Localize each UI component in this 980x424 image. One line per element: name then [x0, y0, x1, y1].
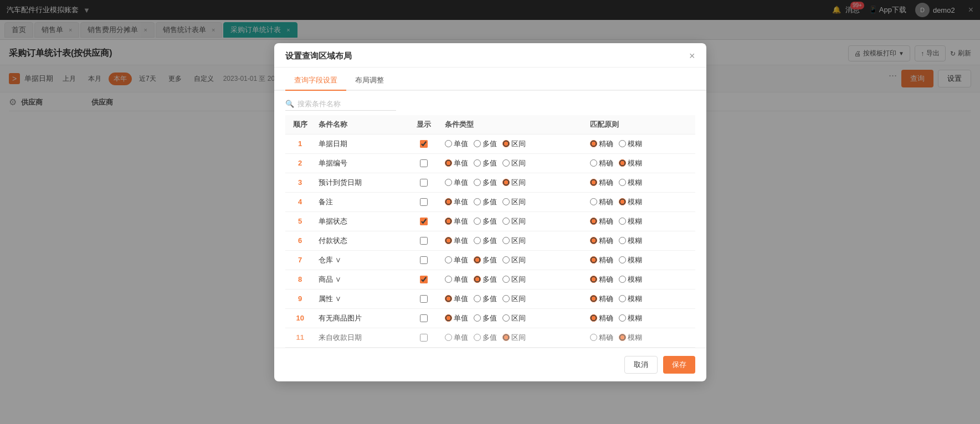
display-checkbox[interactable] — [420, 295, 428, 303]
type-multi-radio[interactable] — [474, 140, 481, 147]
type-range-radio[interactable] — [502, 276, 510, 283]
type-range-label[interactable]: 区间 — [502, 178, 526, 188]
type-range-label[interactable]: 区间 — [502, 255, 526, 265]
match-fuzzy-label[interactable]: 模糊 — [619, 178, 642, 188]
type-range-radio[interactable] — [502, 314, 510, 322]
save-btn[interactable]: 保存 — [663, 356, 695, 374]
type-range-label[interactable]: 区间 — [502, 139, 526, 149]
type-range-radio[interactable] — [502, 237, 510, 244]
match-exact-label[interactable]: 精确 — [590, 139, 613, 149]
match-exact-label[interactable]: 精确 — [590, 197, 613, 207]
type-single-label[interactable]: 单值 — [445, 158, 468, 168]
display-checkbox[interactable] — [420, 179, 428, 187]
type-range-label[interactable]: 区间 — [502, 333, 526, 343]
match-exact-radio[interactable] — [590, 237, 597, 244]
match-exact-radio[interactable] — [590, 256, 597, 263]
type-range-label[interactable]: 区间 — [502, 197, 526, 207]
match-fuzzy-label[interactable]: 模糊 — [619, 158, 642, 168]
match-fuzzy-radio[interactable] — [619, 140, 626, 147]
match-fuzzy-label[interactable]: 模糊 — [619, 333, 642, 343]
type-multi-label[interactable]: 多值 — [474, 313, 497, 323]
match-exact-radio[interactable] — [590, 334, 597, 341]
type-multi-label[interactable]: 多值 — [474, 236, 497, 246]
match-fuzzy-radio[interactable] — [619, 198, 626, 205]
type-multi-radio[interactable] — [474, 276, 481, 283]
type-single-radio[interactable] — [445, 140, 452, 147]
type-multi-radio[interactable] — [474, 159, 481, 167]
match-fuzzy-label[interactable]: 模糊 — [619, 294, 642, 304]
type-range-label[interactable]: 区间 — [502, 236, 526, 246]
type-range-label[interactable]: 区间 — [502, 294, 526, 304]
match-fuzzy-radio[interactable] — [619, 334, 626, 341]
match-fuzzy-radio[interactable] — [619, 218, 626, 225]
type-single-label[interactable]: 单值 — [445, 255, 468, 265]
type-multi-radio[interactable] — [474, 314, 481, 322]
type-multi-label[interactable]: 多值 — [474, 139, 497, 149]
match-exact-label[interactable]: 精确 — [590, 294, 613, 304]
type-single-label[interactable]: 单值 — [445, 275, 468, 285]
match-fuzzy-radio[interactable] — [619, 276, 626, 283]
match-fuzzy-label[interactable]: 模糊 — [619, 236, 642, 246]
type-single-label[interactable]: 单值 — [445, 236, 468, 246]
match-fuzzy-radio[interactable] — [619, 295, 626, 302]
match-exact-radio[interactable] — [590, 295, 597, 302]
type-range-label[interactable]: 区间 — [502, 216, 526, 226]
type-range-radio[interactable] — [502, 140, 510, 147]
match-exact-radio[interactable] — [590, 198, 597, 205]
type-single-label[interactable]: 单值 — [445, 294, 468, 304]
match-fuzzy-radio[interactable] — [619, 159, 626, 167]
display-checkbox[interactable] — [420, 140, 428, 148]
match-exact-radio[interactable] — [590, 159, 597, 167]
type-multi-radio[interactable] — [474, 295, 481, 302]
type-single-radio[interactable] — [445, 179, 452, 186]
type-single-radio[interactable] — [445, 276, 452, 283]
type-range-label[interactable]: 区间 — [502, 313, 526, 323]
match-exact-label[interactable]: 精确 — [590, 313, 613, 323]
type-single-label[interactable]: 单值 — [445, 197, 468, 207]
display-checkbox[interactable] — [420, 218, 428, 225]
match-fuzzy-radio[interactable] — [619, 314, 626, 322]
type-single-radio[interactable] — [445, 159, 452, 167]
type-range-radio[interactable] — [502, 256, 510, 263]
type-multi-label[interactable]: 多值 — [474, 158, 497, 168]
type-single-radio[interactable] — [445, 237, 452, 244]
type-range-label[interactable]: 区间 — [502, 158, 526, 168]
type-single-radio[interactable] — [445, 256, 452, 263]
match-fuzzy-label[interactable]: 模糊 — [619, 216, 642, 226]
type-multi-radio[interactable] — [474, 237, 481, 244]
match-exact-radio[interactable] — [590, 314, 597, 322]
display-checkbox[interactable] — [420, 256, 428, 264]
modal-tab-query-fields[interactable]: 查询字段设置 — [285, 70, 346, 91]
type-range-radio[interactable] — [502, 334, 510, 341]
match-fuzzy-label[interactable]: 模糊 — [619, 139, 642, 149]
match-exact-label[interactable]: 精确 — [590, 255, 613, 265]
type-range-radio[interactable] — [502, 179, 510, 186]
display-checkbox[interactable] — [420, 276, 428, 283]
match-exact-radio[interactable] — [590, 276, 597, 283]
type-multi-radio[interactable] — [474, 334, 481, 341]
type-range-radio[interactable] — [502, 218, 510, 225]
modal-tab-layout[interactable]: 布局调整 — [346, 70, 393, 91]
type-single-radio[interactable] — [445, 334, 452, 341]
type-range-radio[interactable] — [502, 159, 510, 167]
match-exact-label[interactable]: 精确 — [590, 216, 613, 226]
match-exact-radio[interactable] — [590, 218, 597, 225]
type-multi-label[interactable]: 多值 — [474, 216, 497, 226]
type-multi-label[interactable]: 多值 — [474, 178, 497, 188]
type-multi-radio[interactable] — [474, 256, 481, 263]
match-fuzzy-label[interactable]: 模糊 — [619, 197, 642, 207]
type-range-radio[interactable] — [502, 198, 510, 205]
type-single-radio[interactable] — [445, 218, 452, 225]
match-fuzzy-label[interactable]: 模糊 — [619, 275, 642, 285]
match-fuzzy-label[interactable]: 模糊 — [619, 255, 642, 265]
type-multi-label[interactable]: 多值 — [474, 294, 497, 304]
display-checkbox[interactable] — [420, 198, 428, 206]
modal-close-btn[interactable]: × — [689, 51, 695, 61]
type-single-label[interactable]: 单值 — [445, 178, 468, 188]
display-checkbox[interactable] — [420, 159, 428, 167]
type-multi-label[interactable]: 多值 — [474, 255, 497, 265]
match-fuzzy-label[interactable]: 模糊 — [619, 313, 642, 323]
type-multi-radio[interactable] — [474, 218, 481, 225]
type-multi-radio[interactable] — [474, 179, 481, 186]
type-multi-label[interactable]: 多值 — [474, 275, 497, 285]
